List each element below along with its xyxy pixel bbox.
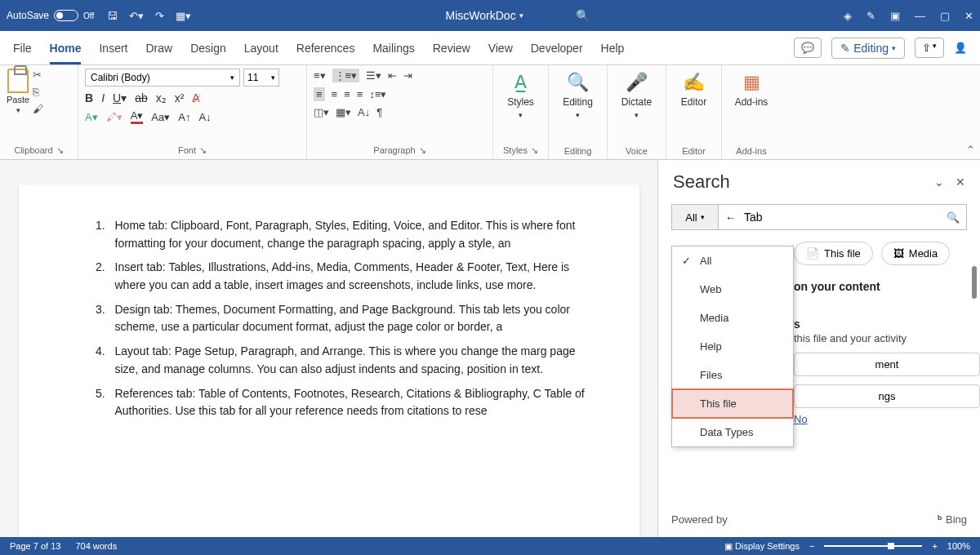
dictate-button[interactable]: 🎤Dictate▾ — [614, 69, 659, 122]
show-marks-button[interactable]: ¶ — [376, 106, 382, 118]
minimize-icon[interactable]: — — [915, 10, 925, 22]
window-icon[interactable]: ▣ — [890, 10, 900, 22]
tab-review[interactable]: Review — [433, 38, 470, 58]
chip-media[interactable]: 🖼Media — [881, 242, 950, 265]
search-title-icon[interactable]: 🔍 — [576, 9, 590, 22]
redo-icon[interactable]: ↷ — [155, 10, 164, 22]
align-right-button[interactable]: ≡ — [344, 88, 350, 100]
diamond-icon[interactable]: ◈ — [844, 10, 852, 22]
scrollbar-thumb[interactable] — [972, 266, 977, 299]
justify-button[interactable]: ≡ — [357, 88, 363, 100]
zoom-slider[interactable] — [824, 545, 922, 547]
share-button[interactable]: ⇧ ▾ — [915, 38, 944, 58]
copy-icon[interactable]: ⎘ — [33, 86, 43, 98]
document-area[interactable]: Home tab: Clipboard, Font, Paragraph, St… — [0, 160, 657, 537]
tab-developer[interactable]: Developer — [531, 38, 583, 58]
suggestion-button-1[interactable]: ment — [794, 353, 980, 376]
search-input[interactable] — [744, 211, 938, 224]
display-settings-button[interactable]: ▣ Display Settings — [724, 541, 800, 552]
align-left-button[interactable]: ≡ — [314, 87, 325, 101]
tab-mailings[interactable]: Mailings — [372, 38, 414, 58]
align-center-button[interactable]: ≡ — [332, 88, 338, 100]
bold-button[interactable]: B — [85, 91, 93, 104]
increase-indent-button[interactable]: ⇥ — [403, 69, 412, 82]
dropdown-item-all[interactable]: All — [672, 246, 793, 275]
list-item[interactable]: Design tab: Themes, Document Formatting,… — [109, 301, 599, 336]
format-painter-icon[interactable]: 🖌 — [33, 103, 43, 115]
dropdown-item-data-types[interactable]: Data Types — [672, 418, 793, 446]
close-icon[interactable]: ✕ — [964, 10, 973, 22]
strike-button[interactable]: ab — [135, 91, 148, 104]
maximize-icon[interactable]: ▢ — [940, 10, 950, 22]
editing-mode-button[interactable]: ✎ Editing ▾ — [831, 38, 905, 59]
tab-design[interactable]: Design — [190, 38, 226, 58]
back-arrow-icon[interactable]: ← — [725, 211, 736, 224]
comments-button[interactable]: 💬 — [794, 38, 822, 58]
list-item[interactable]: Insert tab: Tables, Illustrations, Add-i… — [109, 259, 599, 294]
editing-button[interactable]: 🔍Editing▾ — [555, 69, 600, 122]
text-effects-button[interactable]: A▾ — [85, 111, 98, 123]
cut-icon[interactable]: ✂ — [33, 69, 43, 81]
table-icon[interactable]: ▦▾ — [176, 10, 191, 22]
autosave-toggle[interactable]: AutoSave Off — [7, 10, 94, 21]
dropdown-item-help[interactable]: Help — [672, 332, 793, 361]
profile-icon[interactable]: 👤 — [954, 42, 967, 54]
search-box[interactable]: ← 🔍 — [719, 204, 967, 230]
line-spacing-button[interactable]: ↕≡▾ — [369, 88, 386, 100]
bullets-button[interactable]: ≡▾ — [314, 69, 326, 82]
superscript-button[interactable]: x² — [175, 91, 185, 104]
italic-button[interactable]: I — [101, 91, 105, 104]
shading-button[interactable]: ◫▾ — [314, 106, 329, 118]
font-size-select[interactable]: 11▾ — [243, 69, 279, 87]
tab-file[interactable]: File — [13, 38, 32, 58]
tab-view[interactable]: View — [488, 38, 513, 58]
tab-draw[interactable]: Draw — [145, 38, 172, 58]
document-title[interactable]: MiscWorkDoc ▾ 🔍 — [191, 9, 844, 22]
chip-this-file[interactable]: 📄This file — [794, 242, 873, 265]
undo-icon[interactable]: ↶▾ — [129, 10, 144, 22]
paste-button[interactable]: Paste ▾ — [7, 69, 29, 114]
dropdown-item-media[interactable]: Media — [672, 304, 793, 332]
styles-button[interactable]: A̲Styles▾ — [500, 69, 541, 122]
multilevel-button[interactable]: ☰▾ — [366, 69, 381, 82]
search-icon[interactable]: 🔍 — [947, 211, 960, 224]
no-link[interactable]: No — [781, 408, 980, 430]
font-name-select[interactable]: Calibri (Body)▾ — [85, 69, 240, 87]
suggestion-button-2[interactable]: ngs — [794, 384, 980, 408]
list-item[interactable]: Layout tab: Page Setup, Paragraph, and A… — [109, 343, 599, 378]
chevron-down-icon[interactable]: ⌄ — [934, 175, 944, 189]
zoom-out-button[interactable]: − — [809, 541, 814, 551]
page-indicator[interactable]: Page 7 of 13 — [10, 541, 60, 551]
highlight-button[interactable]: 🖍▾ — [106, 111, 122, 123]
dialog-launcher-icon[interactable]: ↘ — [56, 145, 64, 156]
change-case-button[interactable]: Aa▾ — [151, 111, 170, 123]
zoom-in-button[interactable]: + — [932, 541, 937, 551]
dialog-launcher-icon[interactable]: ↘ — [419, 145, 426, 156]
search-scope-dropdown[interactable]: All ▾ — [671, 204, 719, 230]
dropdown-item-this-file[interactable]: This file — [672, 389, 793, 418]
dialog-launcher-icon[interactable]: ↘ — [199, 145, 207, 156]
borders-button[interactable]: ▦▾ — [336, 106, 351, 118]
numbering-button[interactable]: ⋮≡▾ — [332, 69, 360, 82]
list-item[interactable]: References tab: Table of Contents, Footn… — [109, 385, 599, 420]
font-color-button[interactable]: A▾ — [131, 109, 144, 124]
wand-icon[interactable]: ✎ — [866, 10, 875, 22]
tab-references[interactable]: References — [296, 38, 355, 58]
dropdown-item-web[interactable]: Web — [672, 275, 793, 304]
close-pane-icon[interactable]: ✕ — [956, 175, 965, 189]
list-item[interactable]: Home tab: Clipboard, Font, Paragraph, St… — [109, 217, 599, 252]
tab-layout[interactable]: Layout — [244, 38, 278, 58]
editor-button[interactable]: ✍Editor — [673, 69, 715, 111]
subscript-button[interactable]: x₂ — [156, 91, 167, 104]
zoom-level[interactable]: 100% — [947, 541, 970, 551]
dialog-launcher-icon[interactable]: ↘ — [531, 145, 538, 156]
collapse-ribbon-button[interactable]: ⌃ — [966, 144, 975, 156]
word-count[interactable]: 704 words — [75, 541, 117, 551]
decrease-indent-button[interactable]: ⇤ — [388, 69, 397, 82]
tab-help[interactable]: Help — [601, 38, 625, 58]
dropdown-item-files[interactable]: Files — [672, 361, 793, 389]
sort-button[interactable]: A↓ — [358, 106, 370, 118]
addins-button[interactable]: ▦Add-ins — [728, 69, 774, 111]
tab-home[interactable]: Home — [50, 38, 82, 64]
clear-format-button[interactable]: A̷ — [192, 91, 200, 104]
